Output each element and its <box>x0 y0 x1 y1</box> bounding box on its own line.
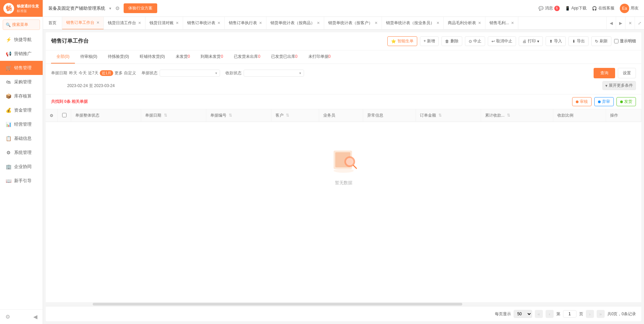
sidebar-operations[interactable]: 📊 经营管理 <box>0 117 43 131</box>
sub-tab-pending-audit[interactable]: 待审核(0) <box>75 50 103 64</box>
sidebar-quick-nav[interactable]: ⚡ 快捷导航 <box>0 33 43 47</box>
show-detail-checkbox[interactable] <box>614 39 618 43</box>
sub-tab-shipped-not-out[interactable]: 已发货未出库0 <box>228 50 266 64</box>
settings-button[interactable]: 设置 <box>618 68 636 78</box>
tab-sales-more[interactable]: 销售毛利... ✕ <box>485 17 518 30</box>
pagination-next-button[interactable]: › <box>586 310 594 318</box>
import-button[interactable]: ⬆ 导入 <box>546 36 566 46</box>
date-more[interactable]: 更多 <box>115 70 123 76</box>
cancel-audit-button[interactable]: 弃审 <box>594 97 614 106</box>
settings-bottom-icon[interactable]: ⚙ <box>5 314 10 320</box>
tabs-next-button[interactable]: ▶ <box>616 17 625 30</box>
date-today[interactable]: 今天 <box>79 70 87 76</box>
th-customer-sort[interactable]: ⇅ <box>286 113 289 118</box>
th-collected-sort[interactable]: ⇅ <box>507 113 510 118</box>
tab-sales-workbench-close[interactable]: ✕ <box>96 21 99 25</box>
tab-sales-stat[interactable]: 销售订单统计表 ✕ <box>183 17 225 30</box>
online-service-button[interactable]: 🎧 在线客服 <box>592 5 614 11</box>
sub-tab-not-shipped[interactable]: 未发货0 <box>170 50 196 64</box>
settings-icon[interactable]: ⚙ <box>50 113 53 118</box>
payment-select[interactable]: ▾ <box>244 70 304 77</box>
tabs-prev-button[interactable]: ◀ <box>606 17 616 30</box>
sub-tab-pending-check[interactable]: 待拣验货(0) <box>102 50 134 64</box>
date-custom[interactable]: 自定义 <box>124 70 136 76</box>
ship-button[interactable]: 发货 <box>616 97 636 106</box>
tab-sales-stat-product-label: 销货单统计表（按商品） <box>270 20 315 26</box>
sub-tab-all[interactable]: 全部(0) <box>51 50 75 64</box>
tab-sales-stat-close[interactable]: ✕ <box>217 21 220 25</box>
tab-sales-stat-product[interactable]: 销货单统计表（按商品） ✕ <box>266 17 324 30</box>
date-7days[interactable]: 近7天 <box>88 70 98 76</box>
app-download-button[interactable]: 📱 App下载 <box>565 5 587 11</box>
user-menu[interactable]: Ea 用友 <box>620 4 639 13</box>
sidebar-sales[interactable]: 🛒 销售管理 <box>0 61 43 75</box>
sidebar-marketing[interactable]: 📢 营销推广 <box>0 47 43 61</box>
th-number-sort[interactable]: ⇅ <box>229 113 232 118</box>
tabs-close-all-button[interactable]: ✕ <box>625 17 635 30</box>
pagination-prev-button[interactable]: ‹ <box>546 310 554 318</box>
tab-gross-profit-close[interactable]: ✕ <box>478 21 481 25</box>
add-button[interactable]: + 新增 <box>420 36 439 46</box>
service-label: 在线客服 <box>598 5 614 11</box>
audit-button[interactable]: 审核 <box>572 97 592 106</box>
th-date-sort[interactable]: ⇅ <box>164 113 167 118</box>
delete-button[interactable]: 🗑 删除 <box>441 36 462 46</box>
orders-table: ⚙ 单据整体状态 单据日期 ⇅ <box>46 109 641 122</box>
sub-tab-not-printed[interactable]: 未打印单据0 <box>303 50 336 64</box>
stop-button[interactable]: ⊙ 中止 <box>465 36 485 46</box>
export-button[interactable]: ⬇ 导出 <box>568 36 589 46</box>
tab-sales-stat-customer-close[interactable]: ✕ <box>375 21 378 25</box>
topbar-dropdown-arrow[interactable]: ▾ <box>109 6 111 11</box>
sidebar-finance[interactable]: 💰 资金管理 <box>0 103 43 117</box>
date-yesterday[interactable]: 昨天 <box>69 70 77 76</box>
page-header: 销售订单工作台 ⭐ 智能生单 + 新增 🗑 删除 ⊙ 中止 <box>46 32 641 50</box>
messages-button[interactable]: 💬 消息 6 <box>539 5 560 11</box>
tab-sales-workbench[interactable]: 销售订单工作台 ✕ <box>62 17 104 30</box>
sub-tab-wangpu[interactable]: 旺铺待发货(0) <box>134 50 170 64</box>
sidebar-inventory[interactable]: 📦 库存核算 <box>0 89 43 103</box>
per-page-select[interactable]: 10 20 50 100 <box>514 310 532 318</box>
tabs-fullscreen-button[interactable]: ⤢ <box>635 17 644 30</box>
tab-cash-daily-close[interactable]: ✕ <box>138 21 141 25</box>
sidebar-purchase[interactable]: 🛍 采购管理 <box>0 75 43 89</box>
pagination-page-input[interactable] <box>563 310 576 318</box>
cancel-stop-button[interactable]: ↩ 取消中止 <box>488 36 516 46</box>
tab-sales-exec-close[interactable]: ✕ <box>259 21 262 25</box>
sidebar-system[interactable]: ⚙ 系统管理 <box>0 146 43 160</box>
tab-cash-reconcile-close[interactable]: ✕ <box>176 21 179 25</box>
date-1month[interactable]: 近1月 <box>100 70 113 76</box>
solution-button[interactable]: 体验行业方案 <box>124 3 157 13</box>
expand-button[interactable]: ▾ 展开更多条件 <box>602 81 636 90</box>
tab-gross-profit[interactable]: 商品毛利分析表 ✕ <box>444 17 485 30</box>
tab-sales-exec[interactable]: 销售订单执行表 ✕ <box>225 17 266 30</box>
select-all-checkbox[interactable] <box>62 113 67 117</box>
show-detail-checkbox-wrap[interactable]: 显示明细 <box>614 38 636 44</box>
tab-sales-more-close[interactable]: ✕ <box>511 21 514 25</box>
tab-cash-reconcile[interactable]: 钱货日清对账 ✕ <box>145 17 183 30</box>
tab-home[interactable]: 首页 <box>43 17 62 30</box>
refresh-button[interactable]: ↻ 刷新 <box>591 36 611 46</box>
tab-sales-stat-staff-close[interactable]: ✕ <box>436 21 439 25</box>
sub-tab-expired-not-shipped[interactable]: 到期未发货0 <box>195 50 228 64</box>
th-amount-sort[interactable]: ⇅ <box>438 113 442 118</box>
tab-sales-stat-customer[interactable]: 销货单统计表（按客户） ✕ <box>324 17 382 30</box>
tab-sales-stat-staff[interactable]: 销货单统计表（按业务员） ✕ <box>382 17 444 30</box>
sub-tab-shipped-out[interactable]: 已发货已出库0 <box>266 50 303 64</box>
smart-create-button[interactable]: ⭐ 智能生单 <box>387 36 417 46</box>
main-content: 装备及固定资产辅助管理系统 ▾ ⚙ 体验行业方案 💬 消息 6 📱 App下载 … <box>43 0 644 324</box>
search-menu-button[interactable]: 🔍 搜索菜单 <box>3 19 40 30</box>
horizontal-scrollbar[interactable] <box>46 302 641 306</box>
sidebar-basic-info[interactable]: 📋 基础信息 <box>0 131 43 146</box>
sidebar-guide[interactable]: 📖 新手引导 <box>0 174 43 188</box>
status-select[interactable]: ▾ <box>160 70 220 77</box>
pagination-first-button[interactable]: « <box>535 310 543 318</box>
collapse-icon[interactable]: ◀ <box>33 314 37 320</box>
tab-sales-stat-product-close[interactable]: ✕ <box>317 21 320 25</box>
print-button[interactable]: 🖨 打印 ▾ <box>519 36 543 46</box>
scrollbar-thumb[interactable] <box>93 303 462 306</box>
query-button[interactable]: 查询 <box>594 68 615 78</box>
topbar-settings-icon[interactable]: ⚙ <box>115 5 120 11</box>
sidebar-enterprise[interactable]: 🏢 企业协同 <box>0 160 43 174</box>
pagination-last-button[interactable]: » <box>597 310 605 318</box>
tab-cash-daily[interactable]: 钱货日清工作台 ✕ <box>104 17 145 30</box>
